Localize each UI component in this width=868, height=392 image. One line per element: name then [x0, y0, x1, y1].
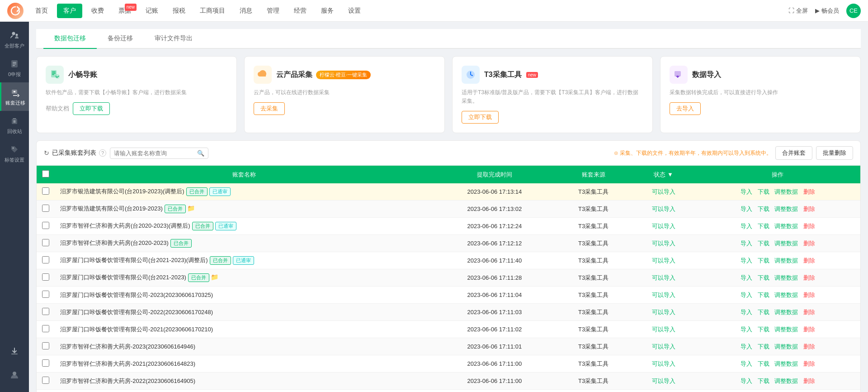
adjust-data-link[interactable]: 调整数据: [774, 343, 798, 350]
download-link[interactable]: 下载: [758, 309, 769, 316]
nav-home[interactable]: 首页: [29, 0, 54, 22]
adjust-data-link[interactable]: 调整数据: [774, 378, 798, 384]
nav-invoice[interactable]: 票据 new: [112, 0, 137, 22]
import-link[interactable]: 导入: [741, 206, 752, 212]
import-link[interactable]: 导入: [741, 326, 752, 333]
delete-link[interactable]: 删除: [803, 309, 815, 316]
import-link[interactable]: 导入: [741, 274, 752, 281]
import-link[interactable]: 导入: [741, 240, 752, 247]
go-collect-btn[interactable]: 去采集: [254, 102, 285, 115]
download-link[interactable]: 下载: [758, 274, 769, 281]
search-input[interactable]: [114, 150, 195, 157]
nav-service[interactable]: 服务: [315, 0, 340, 22]
sidebar-download[interactable]: [7, 341, 22, 361]
row-checkbox[interactable]: [42, 325, 49, 332]
sidebar-user[interactable]: [7, 365, 22, 385]
row-checkbox[interactable]: [42, 359, 49, 367]
delete-link[interactable]: 删除: [803, 274, 815, 281]
nav-charge[interactable]: 收费: [85, 0, 110, 22]
delete-link[interactable]: 删除: [803, 292, 815, 298]
help-doc-link[interactable]: 帮助文档: [46, 105, 69, 113]
row-checkbox[interactable]: [42, 187, 49, 195]
refresh-icon[interactable]: ↻: [44, 149, 49, 157]
row-checkbox[interactable]: [42, 377, 49, 384]
select-all-checkbox[interactable]: [42, 170, 49, 177]
download-link[interactable]: 下载: [758, 292, 769, 298]
adjust-data-link[interactable]: 调整数据: [774, 206, 798, 212]
sidebar-item-all-customers[interactable]: 全部客户: [0, 25, 29, 54]
adjust-data-link[interactable]: 调整数据: [774, 326, 798, 333]
help-icon[interactable]: ?: [99, 149, 106, 157]
sidebar-item-tag-settings[interactable]: 标签设置: [0, 139, 29, 168]
row-checkbox[interactable]: [42, 342, 49, 349]
row-checkbox[interactable]: [42, 205, 49, 212]
row-checkbox[interactable]: [42, 291, 49, 298]
row-checkbox[interactable]: [42, 239, 49, 246]
row-checkbox[interactable]: [42, 256, 49, 263]
search-box[interactable]: 🔍: [110, 148, 208, 159]
sidebar-item-declaration[interactable]: 0申报: [0, 54, 29, 82]
user-avatar[interactable]: CE: [846, 4, 861, 18]
nav-account[interactable]: 记账: [139, 0, 165, 22]
delete-link[interactable]: 删除: [803, 360, 815, 367]
import-link[interactable]: 导入: [741, 223, 752, 229]
delete-link[interactable]: 删除: [803, 188, 815, 195]
tab-backup-migration[interactable]: 备份迁移: [97, 29, 144, 49]
nav-customer[interactable]: 客户: [57, 4, 82, 18]
tab-audit-export[interactable]: 审计文件导出: [144, 29, 203, 49]
download-link[interactable]: 下载: [758, 326, 769, 333]
download-link[interactable]: 下载: [758, 343, 769, 350]
row-checkbox[interactable]: [42, 308, 49, 315]
member-button[interactable]: ▶ 畅会员: [815, 7, 839, 15]
fullscreen-button[interactable]: ⛶ 全屏: [788, 7, 808, 15]
download-link[interactable]: 下载: [758, 378, 769, 384]
delete-link[interactable]: 删除: [803, 223, 815, 229]
delete-link[interactable]: 删除: [803, 326, 815, 333]
import-link[interactable]: 导入: [741, 188, 752, 195]
merge-button[interactable]: 合并账套: [775, 146, 812, 160]
bulk-delete-button[interactable]: 批量删除: [816, 146, 853, 160]
nav-settings[interactable]: 设置: [342, 0, 367, 22]
import-link[interactable]: 导入: [741, 309, 752, 316]
nav-tax[interactable]: 报税: [166, 0, 192, 22]
nav-message[interactable]: 消息: [233, 0, 259, 22]
delete-link[interactable]: 删除: [803, 378, 815, 384]
nav-operation[interactable]: 经营: [288, 0, 313, 22]
delete-link[interactable]: 删除: [803, 240, 815, 247]
delete-link[interactable]: 删除: [803, 206, 815, 212]
row-checkbox[interactable]: [42, 222, 49, 229]
download-link[interactable]: 下载: [758, 257, 769, 264]
download-link[interactable]: 下载: [758, 240, 769, 247]
download-link[interactable]: 下载: [758, 188, 769, 195]
import-link[interactable]: 导入: [741, 343, 752, 350]
t3-download-btn[interactable]: 立即下载: [462, 111, 499, 124]
row-checkbox[interactable]: [42, 273, 49, 281]
import-link[interactable]: 导入: [741, 257, 752, 264]
table-title: ↻ 已采集账套列表 ?: [44, 149, 106, 157]
import-link[interactable]: 导入: [741, 292, 752, 298]
sidebar-item-recycle[interactable]: 回收站: [0, 111, 29, 139]
download-now-btn[interactable]: 立即下载: [73, 102, 110, 115]
delete-link[interactable]: 删除: [803, 343, 815, 350]
nav-bizproject[interactable]: 工商项目: [193, 0, 231, 22]
delete-link[interactable]: 删除: [803, 257, 815, 264]
row-source: T3采集工具: [555, 287, 632, 304]
download-link[interactable]: 下载: [758, 206, 769, 212]
adjust-data-link[interactable]: 调整数据: [774, 188, 798, 195]
adjust-data-link[interactable]: 调整数据: [774, 223, 798, 229]
nav-manage[interactable]: 管理: [260, 0, 286, 22]
import-link[interactable]: 导入: [741, 360, 752, 367]
adjust-data-link[interactable]: 调整数据: [774, 292, 798, 298]
download-link[interactable]: 下载: [758, 360, 769, 367]
adjust-data-link[interactable]: 调整数据: [774, 360, 798, 367]
go-import-btn[interactable]: 去导入: [670, 102, 701, 115]
adjust-data-link[interactable]: 调整数据: [774, 309, 798, 316]
adjust-data-link[interactable]: 调整数据: [774, 240, 798, 247]
download-link[interactable]: 下载: [758, 223, 769, 229]
sidebar-item-account-migration[interactable]: 账套迁移: [0, 82, 29, 111]
adjust-data-link[interactable]: 调整数据: [774, 257, 798, 264]
adjust-data-link[interactable]: 调整数据: [774, 274, 798, 281]
import-link[interactable]: 导入: [741, 378, 752, 384]
search-icon[interactable]: 🔍: [197, 150, 204, 157]
tab-data-migration[interactable]: 数据包迁移: [43, 29, 97, 49]
